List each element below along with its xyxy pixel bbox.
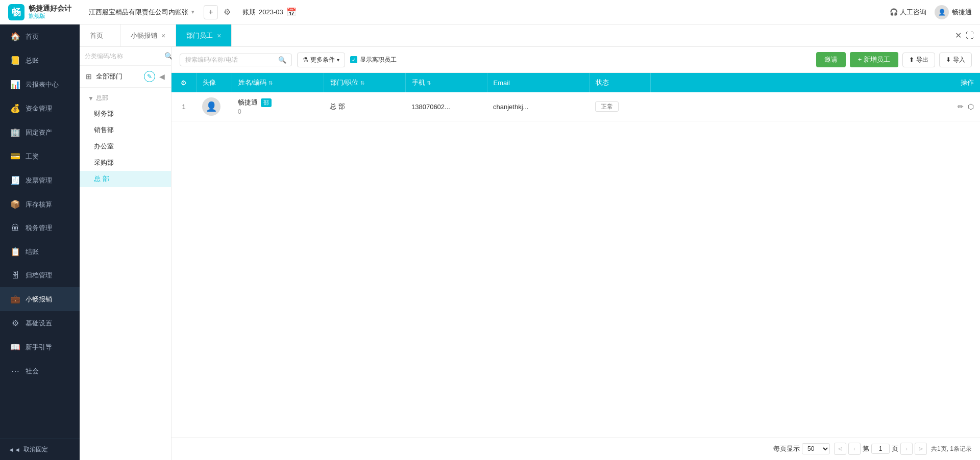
sidebar-item-payroll[interactable]: 💳 工资 — [0, 144, 80, 168]
content-area: 首页 小畅报销 × 部门员工 × ✕ ⛶ 🔍 — [80, 24, 980, 460]
close-period-icon: 📋 — [10, 247, 20, 257]
dept-root-name: 总部 — [96, 94, 108, 103]
sidebar-item-invoices[interactable]: 🧾 发票管理 — [0, 168, 80, 192]
user-area[interactable]: 👤 畅捷通 — [935, 5, 972, 19]
sidebar-label-tax: 税务管理 — [26, 223, 52, 233]
employee-avatar: 👤 — [202, 97, 220, 116]
sidebar-item-ledger[interactable]: 📒 总账 — [0, 48, 80, 72]
top-header: 畅 畅捷通好会计 旗舰版 江西服宝精品有限责任公司内账张 ▾ + ⚙ 账期 20… — [0, 0, 980, 24]
sidebar-label-payroll: 工资 — [26, 152, 39, 161]
dept-collapse-icon[interactable]: ◀ — [159, 72, 165, 81]
cell-index: 1 — [172, 92, 196, 121]
sidebar-item-expense[interactable]: 💼 小畅报销 — [0, 287, 80, 311]
header-actions: 🎧 人工咨询 👤 畅捷通 — [890, 5, 972, 19]
sidebar-unpin-button[interactable]: ◄◄ 取消固定 — [0, 439, 80, 460]
dept-search-input[interactable] — [85, 53, 161, 60]
sidebar-item-inventory[interactable]: 📦 库存核算 — [0, 192, 80, 216]
th-phone[interactable]: 手机 ⇅ — [405, 73, 487, 92]
sidebar-item-assets[interactable]: 🏢 固定资产 — [0, 120, 80, 144]
page-prev-button[interactable]: ‹ — [848, 443, 861, 455]
avatar: 👤 — [935, 5, 949, 19]
cell-avatar: 👤 — [196, 92, 232, 121]
cell-phone: 138070602... — [405, 92, 487, 121]
logo-area: 畅 畅捷通好会计 旗舰版 — [8, 4, 85, 20]
dept-node-purchase[interactable]: 采购部 — [80, 155, 171, 171]
edit-button[interactable]: ✏ — [958, 103, 964, 111]
cell-dept: 总 部 — [324, 92, 405, 121]
employee-name: 畅捷通 — [238, 98, 258, 107]
dept-root-label: ▼ 总部 — [80, 91, 171, 106]
dept-node-office[interactable]: 办公室 — [80, 138, 171, 155]
table-header: ⚙ 头像 姓名/编码 ⇅ 部门/职位 — [172, 73, 980, 92]
th-name[interactable]: 姓名/编码 ⇅ — [232, 73, 324, 92]
sidebar-item-reports[interactable]: 📊 云报表中心 — [0, 72, 80, 96]
page-size-label: 每页显示 — [773, 444, 800, 453]
import-button[interactable]: ⬇ 导入 — [939, 53, 972, 67]
more-icon: ⋯ — [10, 366, 20, 376]
dept-edit-button[interactable]: ✎ — [144, 71, 155, 82]
sidebar-item-close[interactable]: 📋 结账 — [0, 240, 80, 264]
sidebar-item-more[interactable]: ⋯ 社会 — [0, 359, 80, 383]
cell-actions: ✏ ⬡ — [650, 92, 980, 121]
logout-button[interactable]: ⬡ — [968, 103, 974, 111]
employee-table: ⚙ 头像 姓名/编码 ⇅ 部门/职位 — [172, 73, 980, 121]
invite-button[interactable]: 邀请 — [816, 52, 846, 67]
sidebar-label-expense: 小畅报销 — [26, 295, 52, 304]
settings-button[interactable]: ⚙ — [220, 5, 234, 19]
filter-icon: ⚗ — [303, 56, 308, 63]
sidebar-item-archive[interactable]: 🗄 归档管理 — [0, 264, 80, 287]
support-label: 人工咨询 — [900, 8, 926, 17]
tab-home[interactable]: 首页 — [80, 24, 120, 46]
cell-email: chanjethkj... — [487, 92, 589, 121]
page-total: 共1页, 1条记录 — [931, 445, 972, 453]
page-next-button[interactable]: › — [900, 443, 913, 455]
sidebar-item-tax[interactable]: 🏛 税务管理 — [0, 216, 80, 240]
company-selector[interactable]: 江西服宝精品有限责任公司内账张 ▾ — [85, 6, 199, 19]
th-avatar: 头像 — [196, 73, 232, 92]
search-input[interactable] — [185, 56, 275, 63]
search-box: 🔍 — [180, 54, 292, 66]
pin-icon: ◄◄ — [8, 446, 20, 453]
tab-dept[interactable]: 部门员工 × — [176, 24, 232, 46]
tab-expense-close[interactable]: × — [161, 32, 165, 40]
company-dropdown-icon: ▾ — [191, 9, 194, 15]
sidebar-label-close: 结账 — [26, 247, 39, 257]
th-dept[interactable]: 部门/职位 ⇅ — [324, 73, 405, 92]
period-selector[interactable]: 账期 2023-03 📅 — [242, 7, 297, 17]
sidebar-item-settings[interactable]: ⚙ 基础设置 — [0, 311, 80, 335]
show-resigned-area[interactable]: ✓ 显示离职员工 — [350, 56, 397, 64]
pagination: 每页显示 50 10 20 100 ⊲ ‹ 第 页 — [172, 437, 980, 460]
sidebar-item-funds[interactable]: 💰 资金管理 — [0, 96, 80, 120]
dept-header: ⊞ 全部部门 ✎ ◀ — [80, 66, 171, 88]
search-icon[interactable]: 🔍 — [278, 56, 286, 64]
th-settings[interactable]: ⚙ — [172, 73, 196, 92]
calendar-icon[interactable]: 📅 — [286, 7, 297, 17]
tab-expand-button[interactable]: ⛶ — [966, 31, 974, 40]
show-resigned-checkbox[interactable]: ✓ — [350, 56, 357, 63]
page-size-select[interactable]: 50 10 20 100 — [802, 443, 830, 454]
page-number-input[interactable] — [871, 444, 890, 454]
dept-node-finance[interactable]: 财务部 — [80, 106, 171, 122]
user-name: 畅捷通 — [952, 8, 972, 17]
sidebar-item-home[interactable]: 🏠 首页 — [0, 24, 80, 48]
sidebar-label-invoices: 发票管理 — [26, 176, 52, 185]
add-account-button[interactable]: + — [204, 5, 218, 19]
filter-button[interactable]: ⚗ 更多条件 ▾ — [297, 53, 345, 67]
export-button[interactable]: ⬆ 导出 — [902, 53, 935, 67]
tab-expense[interactable]: 小畅报销 × — [120, 24, 176, 46]
add-employee-button[interactable]: + 新增员工 — [850, 52, 898, 67]
assets-icon: 🏢 — [10, 127, 20, 137]
support-button[interactable]: 🎧 人工咨询 — [890, 8, 926, 17]
sidebar: 🏠 首页 📒 总账 📊 云报表中心 💰 资金管理 🏢 固定资产 💳 工资 🧾 发… — [0, 24, 80, 460]
page-last-button[interactable]: ⊳ — [915, 443, 927, 455]
dept-node-general[interactable]: 总 部 — [80, 171, 171, 187]
page-first-button[interactable]: ⊲ — [834, 443, 846, 455]
tab-close-window-button[interactable]: ✕ — [955, 31, 962, 40]
sidebar-item-guide[interactable]: 📖 新手引导 — [0, 335, 80, 359]
tab-expense-label: 小畅报销 — [131, 31, 157, 40]
sidebar-label-more: 社会 — [26, 367, 39, 376]
logo-text: 畅捷通好会计 — [29, 4, 71, 13]
tab-dept-close[interactable]: × — [217, 32, 221, 40]
tab-actions: ✕ ⛶ — [949, 24, 980, 46]
dept-node-sales[interactable]: 销售部 — [80, 122, 171, 138]
